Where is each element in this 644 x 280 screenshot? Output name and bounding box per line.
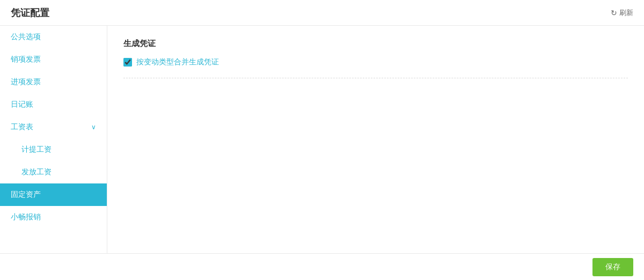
sidebar-item-purchase-invoice[interactable]: 进项发票: [0, 71, 107, 93]
sidebar-item-label: 发放工资: [21, 167, 52, 177]
sidebar-item-label: 固定资产: [11, 190, 41, 200]
page-footer: 保存: [0, 253, 644, 280]
sidebar-item-payroll-accrual[interactable]: 计提工资: [0, 138, 107, 161]
sidebar: 公共选项销项发票进项发票日记账工资表∨计提工资发放工资固定资产小畅报销: [0, 26, 107, 253]
sidebar-item-payroll-table[interactable]: 工资表∨: [0, 116, 107, 138]
sidebar-item-label: 进项发票: [11, 77, 41, 87]
sidebar-item-journal[interactable]: 日记账: [0, 93, 107, 116]
sidebar-item-label: 公共选项: [11, 32, 41, 42]
sidebar-item-label: 日记账: [11, 100, 33, 109]
sidebar-item-label: 销项发票: [11, 55, 41, 64]
save-button[interactable]: 保存: [592, 258, 633, 276]
sidebar-item-public-options[interactable]: 公共选项: [0, 26, 107, 48]
sidebar-item-expense-report[interactable]: 小畅报销: [0, 206, 107, 229]
refresh-label: 刷新: [619, 8, 633, 18]
sidebar-item-fixed-assets[interactable]: 固定资产: [0, 183, 107, 206]
page-header: 凭证配置 ↻ 刷新: [0, 0, 644, 26]
sidebar-item-label: 工资表: [11, 122, 33, 132]
section-divider: [123, 78, 628, 78]
main-container: 公共选项销项发票进项发票日记账工资表∨计提工资发放工资固定资产小畅报销 生成凭证…: [0, 26, 644, 253]
sidebar-item-payroll-distribution[interactable]: 发放工资: [0, 161, 107, 183]
sidebar-item-sales-invoice[interactable]: 销项发票: [0, 48, 107, 71]
merge-voucher-label[interactable]: 按变动类型合并生成凭证: [136, 57, 219, 67]
content-area: 生成凭证 按变动类型合并生成凭证: [107, 26, 644, 253]
section-title: 生成凭证: [123, 39, 628, 49]
refresh-button[interactable]: ↻ 刷新: [611, 8, 633, 18]
chevron-down-icon: ∨: [91, 123, 96, 131]
page-title: 凭证配置: [11, 6, 49, 19]
sidebar-item-label: 计提工资: [21, 145, 52, 154]
merge-voucher-checkbox[interactable]: [123, 58, 132, 67]
sidebar-item-label: 小畅报销: [11, 212, 41, 222]
merge-voucher-row: 按变动类型合并生成凭证: [123, 57, 628, 67]
refresh-icon: ↻: [611, 9, 617, 17]
